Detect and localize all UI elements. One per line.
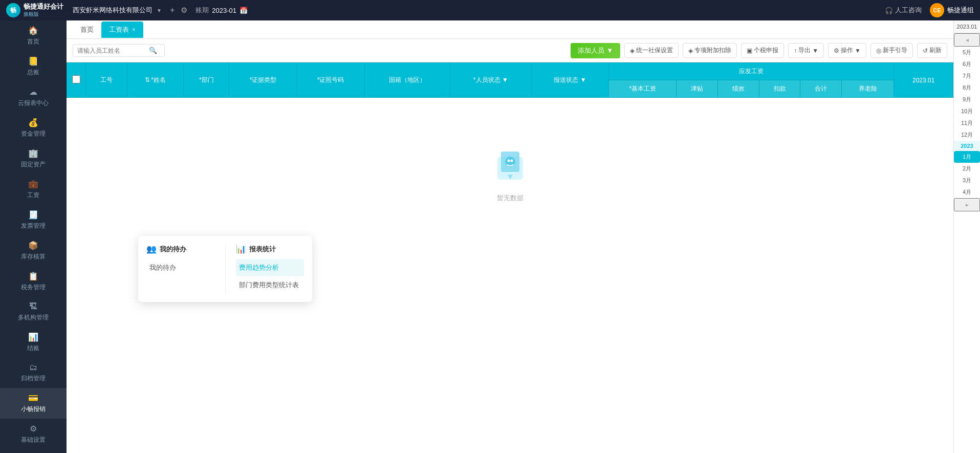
period-area: 账期 2023-01 📅 <box>195 6 248 15</box>
sidebar-label-archive: 归档管理 <box>21 374 46 383</box>
sidebar-item-tax[interactable]: 📋 税务管理 <box>0 266 67 297</box>
refresh-button[interactable]: ↺ 刷新 <box>917 43 947 58</box>
popup-item-expense-trend[interactable]: 费用趋势分析 <box>236 259 304 276</box>
sidebar-item-cloud[interactable]: ☁ 云报表中心 <box>0 82 67 113</box>
add-person-button[interactable]: 添加人员 ▼ <box>571 43 620 58</box>
sidebar-item-expense[interactable]: 💳 小畅报销 <box>0 388 67 419</box>
sidebar-item-invoice[interactable]: 🧾 发票管理 <box>0 205 67 235</box>
user-area[interactable]: CE 畅捷通组 <box>930 3 974 17</box>
sidebar-item-basic[interactable]: ⚙ 基础设置 <box>0 419 67 449</box>
date-month-2[interactable]: 2月 <box>954 163 980 175</box>
operations-button[interactable]: ⚙ 操作 ▼ <box>828 43 866 58</box>
toolbar-right: 添加人员 ▼ ◈ 统一社保设置 ◈ 专项附加扣除 ▣ 个税申报 <box>571 43 947 58</box>
select-all-checkbox[interactable] <box>72 75 80 83</box>
sidebar-label-cloud: 云报表中心 <box>18 99 49 107</box>
sidebar-item-multi[interactable]: 🏗 多机构管理 <box>0 297 67 327</box>
ledger-icon: 📒 <box>28 56 38 66</box>
report-filter-icon[interactable]: ▼ <box>580 76 586 83</box>
company-selector[interactable]: 西安虾米网络科技有限公司 ▼ <box>73 6 162 15</box>
th-total: 合计 <box>800 80 842 98</box>
popup-item-my-todo[interactable]: 我的待办 <box>146 259 215 276</box>
popup-item-dept-expense[interactable]: 部门费用类型统计表 <box>236 276 304 294</box>
company-name: 西安虾米网络科技有限公司 <box>73 6 153 15</box>
th-report-status: 报送状态 ▼ <box>532 63 609 98</box>
toolbar: 🔍 添加人员 ▼ ◈ 统一社保设置 ◈ 专项附加扣除 <box>67 39 953 62</box>
sidebar-item-salary[interactable]: 💼 工资 <box>0 174 67 205</box>
sidebar: 🏠 首页 📒 总账 ☁ 云报表中心 💰 资金管理 🏢 固定资产 💼 工资 🧾 发… <box>0 20 67 453</box>
th-pension: 养老险 <box>842 80 894 98</box>
todo-title-icon: 👥 <box>146 244 157 254</box>
th-checkbox <box>67 63 86 98</box>
sidebar-item-archive[interactable]: 🗂 归档管理 <box>0 358 67 388</box>
date-month-10[interactable]: 10月 <box>954 105 980 117</box>
date-month-9[interactable]: 9月 <box>954 94 980 105</box>
social-insurance-button[interactable]: ◈ 统一社保设置 <box>624 43 679 58</box>
assets-icon: 🏢 <box>28 148 38 158</box>
sidebar-item-guide[interactable]: ▶ 新手引导 <box>0 449 67 453</box>
sidebar-label-home: 首页 <box>27 37 39 46</box>
sidebar-item-ledger[interactable]: 📒 总账 <box>0 51 67 82</box>
date-month-7[interactable]: 7月 <box>954 70 980 82</box>
top-header: 畅 畅捷通好会计 旗舰版 西安虾米网络科技有限公司 ▼ + ⚙ 账期 2023-… <box>0 0 980 20</box>
add-person-chevron-icon: ▼ <box>606 47 613 54</box>
sidebar-label-inventory: 库存核算 <box>21 252 46 261</box>
tab-salary[interactable]: 工资表 × <box>101 21 143 38</box>
svg-point-4 <box>510 160 513 162</box>
period-value[interactable]: 2023-01 <box>212 7 236 14</box>
settings-icon[interactable]: ⚙ <box>181 6 187 15</box>
date-month-5[interactable]: 5月 <box>954 47 980 58</box>
popup-col-todo: 👥 我的待办 我的待办 <box>146 244 215 294</box>
th-operations-col: 2023.01 <box>894 63 953 98</box>
sidebar-item-home[interactable]: 🏠 首页 <box>0 20 67 51</box>
popup-divider <box>225 244 226 294</box>
tab-close-icon[interactable]: × <box>132 26 136 33</box>
th-id-no: *证照号码 <box>297 63 364 98</box>
operations-icon: ⚙ <box>834 47 839 54</box>
date-month-11[interactable]: 11月 <box>954 117 980 129</box>
date-year-2023-label: 2023 <box>954 141 980 151</box>
sidebar-item-settle[interactable]: 📊 结账 <box>0 327 67 358</box>
user-name: 畅捷通组 <box>947 6 974 15</box>
add-tab-icon[interactable]: + <box>170 6 175 15</box>
support-button[interactable]: 🎧 人工咨询 <box>885 6 922 15</box>
search-icon[interactable]: 🔍 <box>149 47 157 54</box>
tax-return-button[interactable]: ▣ 个税申报 <box>741 43 784 58</box>
date-month-6[interactable]: 6月 <box>954 58 980 70</box>
sidebar-item-capital[interactable]: 💰 资金管理 <box>0 113 67 143</box>
report-title-icon: 📊 <box>236 244 246 254</box>
invoice-icon: 🧾 <box>28 210 38 220</box>
date-month-12[interactable]: 12月 <box>954 129 980 141</box>
th-nationality: 国籍（地区） <box>364 63 450 98</box>
social-insurance-label: 统一社保设置 <box>636 46 673 55</box>
th-id-type: *证据类型 <box>229 63 297 98</box>
status-filter-icon[interactable]: ▼ <box>502 76 508 83</box>
sidebar-label-settle: 结账 <box>27 344 39 353</box>
date-month-4[interactable]: 4月 <box>954 186 980 198</box>
date-month-1-current[interactable]: 1月 <box>954 151 980 163</box>
tab-home-label: 首页 <box>80 26 94 33</box>
export-label: 导出 <box>798 46 811 55</box>
date-next-button[interactable]: ▸ <box>954 198 980 211</box>
sidebar-label-capital: 资金管理 <box>21 130 46 138</box>
new-guide-button[interactable]: ◎ 新手引导 <box>870 43 913 58</box>
headset-icon: 🎧 <box>885 7 893 14</box>
expense-icon: 💳 <box>28 393 38 403</box>
date-panel: 2023.01 ◂ 5月 6月 7月 8月 9月 10月 11月 12月 202… <box>953 20 980 453</box>
capital-icon: 💰 <box>28 118 38 127</box>
period-header-label: 2023.01 <box>912 77 934 84</box>
date-month-8[interactable]: 8月 <box>954 82 980 94</box>
calendar-icon[interactable]: 📅 <box>239 7 248 14</box>
sidebar-label-assets: 固定资产 <box>21 160 46 169</box>
date-month-3[interactable]: 3月 <box>954 175 980 186</box>
new-guide-label: 新手引导 <box>883 46 907 55</box>
export-icon: ↑ <box>794 47 797 54</box>
tab-home[interactable]: 首页 <box>73 21 101 38</box>
tax-return-label: 个税申报 <box>754 46 778 55</box>
date-prev-button[interactable]: ◂ <box>954 33 980 47</box>
sidebar-item-assets[interactable]: 🏢 固定资产 <box>0 143 67 174</box>
report-title-label: 报表统计 <box>249 245 276 254</box>
special-deduction-button[interactable]: ◈ 专项附加扣除 <box>683 43 737 58</box>
search-input[interactable] <box>77 47 149 54</box>
sidebar-item-inventory[interactable]: 📦 库存核算 <box>0 235 67 266</box>
export-button[interactable]: ↑ 导出 ▼ <box>788 43 824 58</box>
